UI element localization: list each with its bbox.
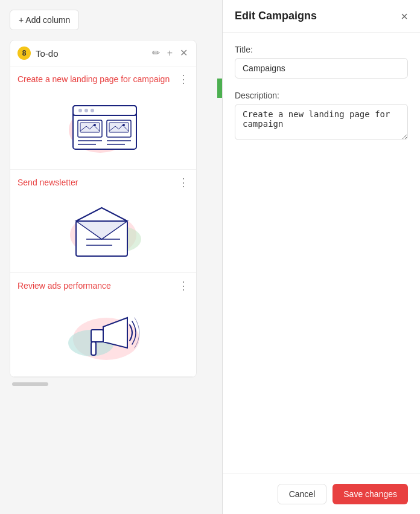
column-actions: ✏ + ✕ — [151, 47, 189, 59]
svg-point-7 — [91, 109, 94, 112]
svg-rect-9 — [80, 123, 100, 132]
svg-rect-3 — [73, 106, 136, 115]
todo-column: 8 To-do ✏ + ✕ Create a new landing page … — [10, 40, 197, 377]
card-menu-button[interactable]: ⋮ — [178, 177, 189, 188]
card-title: Review ads performance — [18, 280, 178, 291]
column-badge: 8 — [18, 47, 31, 60]
panel-footer: Cancel Save changes — [223, 474, 420, 514]
save-button[interactable]: Save changes — [332, 484, 408, 504]
panel-header: Edit Campaigns × — [223, 0, 420, 33]
card-illustration-megaphone — [18, 297, 189, 369]
panel-body: Title: Description: — [223, 33, 420, 514]
card-header: Send newsletter ⋮ — [18, 177, 189, 188]
svg-rect-27 — [91, 330, 103, 342]
edit-column-button[interactable]: ✏ — [151, 47, 161, 59]
add-column-button[interactable]: + Add column — [10, 10, 79, 30]
svg-point-5 — [78, 109, 82, 112]
svg-point-15 — [122, 124, 125, 126]
kanban-panel: + Add column 8 To-do ✏ + ✕ Create a new … — [0, 0, 222, 514]
card-title: Send newsletter — [18, 177, 178, 188]
column-title: To-do — [36, 48, 146, 59]
svg-rect-29 — [91, 342, 96, 355]
column-indicator — [217, 79, 222, 98]
close-panel-button[interactable]: × — [401, 10, 408, 22]
column-header: 8 To-do ✏ + ✕ — [10, 40, 196, 66]
close-column-button[interactable]: ✕ — [179, 47, 189, 59]
panel-title: Edit Campaigns — [235, 10, 317, 22]
svg-rect-14 — [109, 123, 129, 132]
description-textarea[interactable] — [235, 104, 408, 140]
add-card-button[interactable]: + — [166, 47, 174, 59]
title-field-group: Title: — [235, 45, 408, 79]
list-item[interactable]: Create a new landing page for campaign ⋮ — [10, 66, 196, 170]
description-field-group: Description: — [235, 91, 408, 143]
description-label: Description: — [235, 91, 408, 100]
edit-panel: Edit Campaigns × Title: Description: Can… — [222, 0, 420, 514]
title-input[interactable] — [235, 58, 408, 79]
svg-point-10 — [94, 124, 96, 126]
card-header: Review ads performance ⋮ — [18, 280, 189, 291]
svg-marker-24 — [76, 208, 127, 221]
card-header: Create a new landing page for campaign ⋮ — [18, 74, 189, 85]
card-menu-button[interactable]: ⋮ — [178, 280, 189, 291]
title-label: Title: — [235, 45, 408, 54]
card-illustration-browser — [18, 89, 189, 162]
list-item[interactable]: Send newsletter ⋮ — [10, 170, 196, 273]
svg-point-6 — [84, 109, 88, 112]
card-title: Create a new landing page for campaign — [18, 74, 178, 85]
card-illustration-email — [18, 193, 189, 265]
card-menu-button[interactable]: ⋮ — [178, 74, 189, 85]
horizontal-scrollbar[interactable] — [12, 382, 48, 386]
cancel-button[interactable]: Cancel — [278, 484, 327, 504]
list-item[interactable]: Review ads performance ⋮ — [10, 273, 196, 376]
